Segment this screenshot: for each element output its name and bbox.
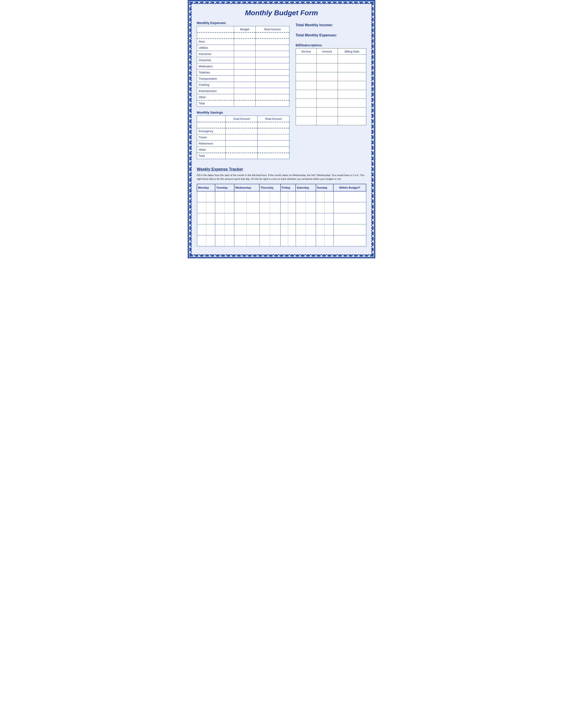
expense-real-cell[interactable] [255, 94, 289, 100]
bill-amount-cell[interactable] [317, 90, 338, 99]
bill-date-cell[interactable] [338, 99, 366, 108]
weekly-date-sub[interactable] [296, 202, 306, 213]
weekly-amount-sub[interactable] [288, 202, 296, 213]
weekly-amount-sub[interactable] [206, 213, 215, 224]
weekly-date-sub[interactable] [234, 235, 247, 246]
weekly-date-sub[interactable] [296, 213, 306, 224]
weekly-amount-sub[interactable] [247, 235, 259, 246]
bill-service-cell[interactable] [296, 116, 317, 125]
weekly-date-sub[interactable] [296, 191, 306, 202]
bill-service-cell[interactable] [296, 99, 317, 108]
weekly-amount-sub[interactable] [270, 213, 280, 224]
bill-service-cell[interactable] [296, 81, 317, 90]
expenses-total-real[interactable] [255, 100, 289, 107]
expense-budget-cell[interactable] [234, 94, 256, 100]
weekly-date-sub[interactable] [316, 235, 325, 246]
savings-real-cell[interactable] [258, 147, 290, 153]
weekly-date-sub[interactable] [197, 235, 206, 246]
bill-service-cell[interactable] [296, 72, 317, 81]
savings-real-cell[interactable] [258, 134, 290, 141]
weekly-amount-sub[interactable] [225, 202, 234, 213]
savings-goal-cell[interactable] [226, 141, 258, 147]
weekly-date-sub[interactable] [197, 224, 206, 235]
bill-date-cell[interactable] [338, 72, 366, 81]
bill-date-cell[interactable] [338, 64, 366, 72]
expense-real-cell[interactable] [255, 82, 289, 88]
weekly-amount-sub[interactable] [325, 235, 334, 246]
expense-real-cell[interactable] [255, 63, 289, 69]
bill-service-cell[interactable] [296, 90, 317, 99]
weekly-amount-sub[interactable] [206, 224, 215, 235]
weekly-date-sub[interactable] [296, 224, 306, 235]
expense-budget-cell[interactable] [234, 63, 256, 69]
bill-date-cell[interactable] [338, 81, 366, 90]
weekly-amount-sub[interactable] [225, 213, 234, 224]
weekly-amount-sub[interactable] [325, 213, 334, 224]
weekly-amount-sub[interactable] [247, 191, 259, 202]
bill-date-cell[interactable] [338, 90, 366, 99]
weekly-amount-sub[interactable] [225, 191, 234, 202]
weekly-amount-sub[interactable] [306, 213, 316, 224]
weekly-amount-sub[interactable] [247, 213, 259, 224]
weekly-amount-sub[interactable] [206, 191, 215, 202]
weekly-amount-sub[interactable] [325, 202, 334, 213]
weekly-amount-sub[interactable] [270, 224, 280, 235]
weekly-within-budget-cell[interactable] [334, 235, 366, 246]
weekly-amount-sub[interactable] [225, 235, 234, 246]
weekly-amount-sub[interactable] [247, 202, 259, 213]
bill-amount-cell[interactable] [317, 55, 338, 64]
weekly-date-sub[interactable] [234, 224, 247, 235]
expense-real-cell[interactable] [255, 57, 289, 63]
weekly-date-sub[interactable] [316, 213, 325, 224]
weekly-amount-sub[interactable] [225, 224, 234, 235]
bill-amount-cell[interactable] [317, 99, 338, 108]
weekly-amount-sub[interactable] [325, 224, 334, 235]
expense-real-cell[interactable] [255, 39, 289, 45]
savings-goal-cell[interactable] [226, 134, 258, 141]
expense-budget-cell[interactable] [234, 88, 256, 94]
bill-service-cell[interactable] [296, 55, 317, 64]
weekly-date-sub[interactable] [215, 213, 225, 224]
weekly-amount-sub[interactable] [270, 235, 280, 246]
expense-budget-cell[interactable] [234, 39, 256, 45]
weekly-date-sub[interactable] [316, 224, 325, 235]
weekly-date-sub[interactable] [259, 213, 270, 224]
bill-amount-cell[interactable] [317, 116, 338, 125]
expense-budget-cell[interactable] [234, 45, 256, 51]
expense-budget-cell[interactable] [234, 69, 256, 76]
weekly-within-budget-cell[interactable] [334, 191, 366, 202]
weekly-amount-sub[interactable] [270, 191, 280, 202]
weekly-date-sub[interactable] [215, 191, 225, 202]
weekly-amount-sub[interactable] [288, 213, 296, 224]
savings-real-cell[interactable] [258, 141, 290, 147]
savings-total-real[interactable] [258, 153, 290, 159]
weekly-amount-sub[interactable] [306, 191, 316, 202]
savings-goal-cell[interactable] [226, 128, 258, 134]
weekly-amount-sub[interactable] [288, 235, 296, 246]
expense-budget-cell[interactable] [234, 57, 256, 63]
expense-budget-cell[interactable] [234, 51, 256, 57]
weekly-date-sub[interactable] [259, 191, 270, 202]
weekly-date-sub[interactable] [316, 191, 325, 202]
expense-real-cell[interactable] [255, 45, 289, 51]
weekly-amount-sub[interactable] [306, 224, 316, 235]
weekly-date-sub[interactable] [197, 213, 206, 224]
savings-real-cell[interactable] [258, 128, 290, 134]
weekly-date-sub[interactable] [280, 224, 288, 235]
bill-amount-cell[interactable] [317, 72, 338, 81]
weekly-within-budget-cell[interactable] [334, 202, 366, 213]
weekly-date-sub[interactable] [280, 191, 288, 202]
bill-amount-cell[interactable] [317, 64, 338, 72]
weekly-date-sub[interactable] [197, 202, 206, 213]
weekly-date-sub[interactable] [259, 235, 270, 246]
weekly-date-sub[interactable] [259, 224, 270, 235]
bill-date-cell[interactable] [338, 116, 366, 125]
expense-real-cell[interactable] [255, 76, 289, 82]
weekly-date-sub[interactable] [259, 202, 270, 213]
weekly-date-sub[interactable] [280, 235, 288, 246]
bill-date-cell[interactable] [338, 55, 366, 64]
weekly-date-sub[interactable] [234, 213, 247, 224]
weekly-amount-sub[interactable] [206, 202, 215, 213]
weekly-amount-sub[interactable] [206, 235, 215, 246]
bill-service-cell[interactable] [296, 108, 317, 116]
